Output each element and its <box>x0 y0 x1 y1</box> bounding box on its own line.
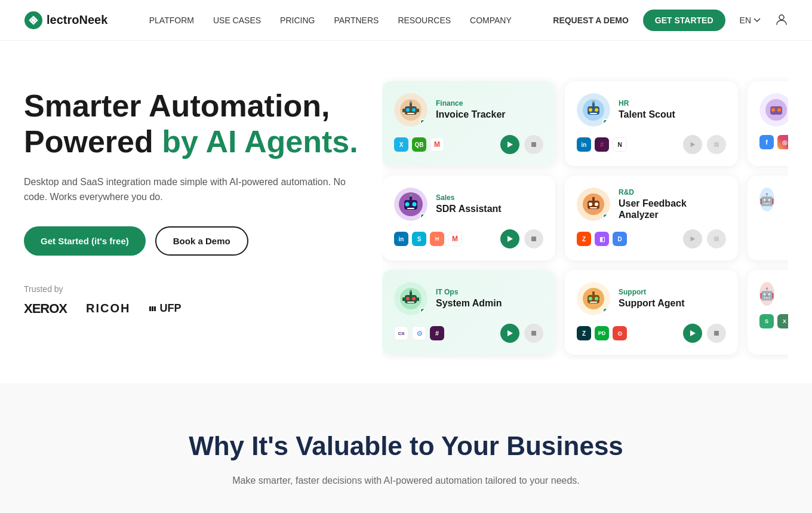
hero-section: Smarter Automation, Powered by AI Agents… <box>0 41 812 383</box>
svg-rect-41 <box>592 197 595 201</box>
chevron-down-icon <box>753 18 761 23</box>
svg-rect-35 <box>531 236 536 241</box>
logo-link[interactable]: lectroNeek <box>24 11 107 30</box>
svg-point-58 <box>595 297 598 300</box>
stop-button-it[interactable] <box>524 324 543 343</box>
svg-rect-11 <box>417 109 419 112</box>
ufp-logo: UFP <box>149 302 181 315</box>
card-header-sales: Sales SDR Assistant <box>394 188 543 221</box>
notion-icon: N <box>613 137 627 152</box>
book-demo-button[interactable]: Book a Demo <box>155 226 248 256</box>
chrome-icon: ⊙ <box>412 326 426 340</box>
nav-links: PLATFORM USE CASES PRICING PARTNERS RESO… <box>149 16 512 25</box>
get-started-nav-button[interactable]: GET STARTED <box>643 10 725 31</box>
card-header-finance: Finance Invoice Tracker <box>394 93 543 127</box>
svg-rect-51 <box>402 297 405 301</box>
stop-button-support[interactable] <box>707 324 726 343</box>
agent-card-rd: R&D User Feedback Analyzer Z ◧ D <box>565 176 738 260</box>
nav-platform[interactable]: PLATFORM <box>149 16 194 25</box>
get-started-hero-button[interactable]: Get Started (it's free) <box>24 226 146 256</box>
nav-use-cases[interactable]: USE CASES <box>213 16 261 25</box>
svg-rect-48 <box>407 302 414 303</box>
play-button-sales[interactable] <box>500 229 519 248</box>
svg-rect-59 <box>590 302 597 303</box>
avatar-dot-sales <box>420 213 426 219</box>
card-actions-support <box>683 324 726 343</box>
svg-point-17 <box>595 108 598 112</box>
play-button-hr[interactable] <box>683 135 702 154</box>
card-info-it: IT Ops System Admin <box>436 288 543 309</box>
hero-buttons: Get Started (it's free) Book a Demo <box>24 226 358 256</box>
agent-card-partial-2: 🤖 Ops Workflow <box>748 176 788 260</box>
svg-point-38 <box>589 202 592 206</box>
play-button-finance[interactable] <box>500 135 519 154</box>
card-name-sales: SDR Assistant <box>436 203 543 214</box>
nav-company[interactable]: COMPANY <box>470 16 512 25</box>
excel-icon: X <box>777 314 788 328</box>
avatar-dot-support <box>602 308 608 314</box>
avatar-dot-hr <box>602 119 608 125</box>
agent-cards-section: Finance Invoice Tracker X QB M <box>382 76 788 360</box>
svg-point-6 <box>412 108 416 112</box>
card-category-finance: Finance <box>436 99 543 107</box>
svg-rect-40 <box>590 207 597 208</box>
gdoc-icon: D <box>613 232 627 246</box>
play-button-rd[interactable] <box>683 229 702 248</box>
nav-resources[interactable]: RESOURCES <box>398 16 451 25</box>
avatar-dot-it <box>420 308 426 314</box>
cards-grid: Finance Invoice Tracker X QB M <box>382 76 788 360</box>
facebook-icon: f <box>759 135 774 149</box>
xerox-logo: XEROX <box>24 301 67 317</box>
avatar-support <box>577 282 610 315</box>
nav-pricing[interactable]: PRICING <box>280 16 315 25</box>
card-category-sales: Sales <box>436 193 543 202</box>
card-category-rd: R&D <box>619 188 726 196</box>
svg-point-25 <box>771 108 775 112</box>
stop-button-sales[interactable] <box>524 229 543 248</box>
card-info-rd: R&D User Feedback Analyzer <box>619 188 726 220</box>
pagerduty-icon: PD <box>595 326 609 340</box>
hero-title-line2: Powered by AI Agents. <box>24 124 358 159</box>
integrations-hr: in # N <box>577 137 627 152</box>
zendesk-icon: Z <box>577 326 591 340</box>
salesforce-icon: S <box>412 232 426 246</box>
logo-icon <box>24 11 43 30</box>
card-info-hr: HR Talent Scout <box>619 99 726 120</box>
card-category-it: IT Ops <box>436 288 543 296</box>
stop-button-finance[interactable] <box>524 135 543 154</box>
card-info-finance: Finance Invoice Tracker <box>436 99 543 120</box>
nav-partners[interactable]: PARTNERS <box>334 16 379 25</box>
agent-card-support: Support Support Agent Z PD ⊙ <box>565 270 738 355</box>
logo-text: lectroNeek <box>47 13 107 27</box>
card-footer-finance: X QB M <box>394 135 543 154</box>
instagram-icon: ◎ <box>777 135 788 149</box>
card-category-hr: HR <box>619 99 726 107</box>
trusted-logos: XEROX RICOH UFP <box>24 301 358 317</box>
agent-card-partial-3: 🤖 Legal Contract S X <box>748 270 788 355</box>
language-selector[interactable]: EN <box>740 16 761 25</box>
stop-button-rd[interactable] <box>707 229 726 248</box>
slack-icon-2: # <box>430 326 444 340</box>
avatar-dot <box>420 119 426 125</box>
card-footer-it: Cit ⊙ # <box>394 324 543 343</box>
bottom-section: Why It's Valuable to Your Business Make … <box>0 383 812 513</box>
request-demo-link[interactable]: REQUEST A DEMO <box>553 16 629 25</box>
stop-button-hr[interactable] <box>707 135 726 154</box>
svg-point-50 <box>410 290 412 292</box>
user-icon[interactable] <box>775 13 788 28</box>
card-header-it: IT Ops System Admin <box>394 282 543 315</box>
avatar-finance <box>394 93 427 127</box>
hero-title: Smarter Automation, Powered by AI Agents… <box>24 88 358 160</box>
hero-left: Smarter Automation, Powered by AI Agents… <box>24 76 358 317</box>
hero-title-line1: Smarter Automation, <box>24 88 330 123</box>
svg-rect-7 <box>407 113 414 114</box>
card-name-support: Support Agent <box>619 297 726 309</box>
play-button-it[interactable] <box>500 324 519 343</box>
play-button-support[interactable] <box>683 324 702 343</box>
citrix-icon: Cit <box>394 326 408 340</box>
card-header-support: Support Support Agent <box>577 282 726 315</box>
svg-point-20 <box>592 101 595 103</box>
integrations-it: Cit ⊙ # <box>394 326 444 340</box>
svg-rect-22 <box>714 142 719 147</box>
quickbooks-icon: QB <box>412 137 426 152</box>
